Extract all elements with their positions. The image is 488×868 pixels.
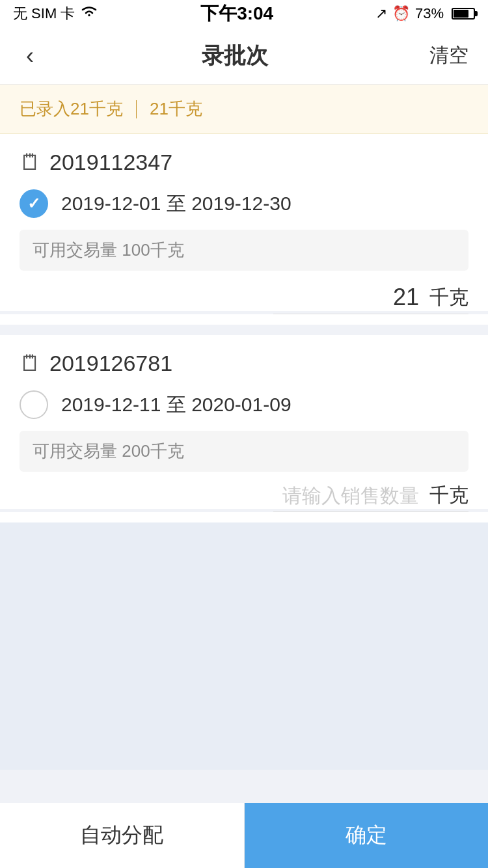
content-bottom — [0, 522, 488, 770]
no-sim-text: 无 SIM 卡 — [13, 4, 75, 23]
batch-2-available: 可用交易量 200千克 — [20, 431, 468, 472]
status-bar-time: 下午3:04 — [200, 1, 273, 26]
bottom-bar: 自动分配 确定 — [0, 803, 488, 868]
clear-button[interactable]: 清空 — [429, 42, 468, 69]
batch-1-amount-value: 21 — [393, 284, 419, 311]
batch-1-header: 🗒 2019112347 — [20, 150, 468, 175]
batch-2-qty-input[interactable] — [224, 485, 419, 507]
batch-2-input-row: 千克 — [0, 472, 488, 509]
location-icon: ↗ — [375, 5, 387, 22]
batch-1-amount-row: 21 千克 — [0, 271, 488, 311]
batch-1-available: 可用交易量 100千克 — [20, 230, 468, 271]
batch-1-date: 2019-12-01 至 2019-12-30 — [61, 191, 291, 217]
batch-card-1: 🗒 2019112347 2019-12-01 至 2019-12-30 可用交… — [0, 134, 488, 271]
batch-2-unit: 千克 — [429, 482, 468, 509]
status-bar-left: 无 SIM 卡 — [13, 4, 98, 23]
doc-icon-1: 🗒 — [20, 150, 42, 175]
batch-1-radio[interactable] — [20, 189, 48, 218]
batch-2-id: 2019126781 — [49, 351, 172, 376]
battery-icon — [452, 8, 475, 20]
batch-2-row: 2019-12-11 至 2020-01-09 — [20, 384, 468, 426]
batch-1-unit: 千克 — [429, 284, 468, 311]
confirm-button[interactable]: 确定 — [245, 803, 489, 868]
batch-2-radio[interactable] — [20, 390, 48, 419]
page-title: 录批次 — [202, 41, 268, 71]
auto-distribute-button[interactable]: 自动分配 — [0, 803, 245, 868]
nav-bar: ‹ 录批次 清空 — [0, 27, 488, 85]
card-separator — [0, 325, 488, 335]
status-bar-right: ↗ ⏰ 73% — [375, 5, 475, 22]
batch-1-row: 2019-12-01 至 2019-12-30 — [20, 183, 468, 224]
recorded-amount: 已录入21千克 — [20, 98, 123, 120]
status-bar: 无 SIM 卡 下午3:04 ↗ ⏰ 73% — [0, 0, 488, 27]
doc-icon-2: 🗒 — [20, 351, 42, 376]
batch-1-id: 2019112347 — [49, 150, 172, 175]
batch-2-date: 2019-12-11 至 2020-01-09 — [61, 392, 291, 418]
battery-percent: 73% — [415, 5, 444, 22]
alarm-icon: ⏰ — [392, 5, 410, 22]
batch-2-header: 🗒 2019126781 — [20, 351, 468, 376]
summary-divider — [136, 100, 137, 118]
back-button[interactable]: ‹ — [20, 36, 40, 76]
wifi-icon — [80, 5, 98, 23]
summary-bar: 已录入21千克 21千克 — [0, 85, 488, 134]
batch-card-2: 🗒 2019126781 2019-12-11 至 2020-01-09 可用交… — [0, 335, 488, 472]
total-amount: 21千克 — [150, 98, 202, 120]
